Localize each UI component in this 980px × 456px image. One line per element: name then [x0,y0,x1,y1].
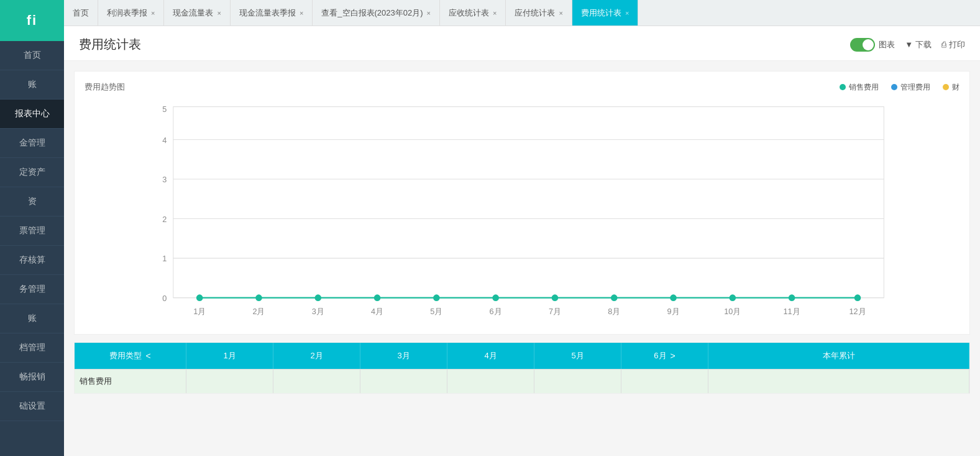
td-m6 [621,370,708,393]
svg-text:1: 1 [162,254,167,263]
table-header-row: 费用类型 < 1月 2月 3月 4月 5月 6月 > 本年累计 [75,343,969,369]
svg-point-35 [789,294,795,301]
legend-sales-expense: 销售费用 [840,82,879,93]
tab-cashflow[interactable]: 现金流量表 × [164,0,230,26]
svg-text:0: 0 [162,294,167,303]
th-m1: 1月 [186,343,273,369]
sidebar-item-investment[interactable]: 资 [0,187,64,216]
th-m2: 2月 [273,343,360,369]
content-area: 费用统计表 图表 ▼ 下载 ⎙ 打印 [64,26,980,456]
svg-text:5: 5 [162,105,167,114]
td-type: 销售费用 [75,370,186,393]
chart-svg: 0 1 2 3 4 5 1月 2月 [85,100,959,324]
download-button[interactable]: ▼ 下载 [905,39,932,50]
chart-container: 0 1 2 3 4 5 1月 2月 [85,100,959,324]
toggle-knob [863,39,874,50]
sidebar-item-home[interactable]: 首页 [0,41,64,70]
tab-close-profit-quarterly[interactable]: × [151,0,155,26]
toggle-label: 图表 [879,39,895,50]
sidebar-item-account[interactable]: 账 [0,70,64,100]
th-m4: 4月 [447,343,534,369]
tab-receivable-stats[interactable]: 应收统计表 × [440,0,506,26]
legend-dot-finance [943,84,949,90]
sidebar-item-fixed-assets[interactable]: 定资产 [0,158,64,187]
header-actions: 图表 ▼ 下载 ⎙ 打印 [850,38,965,52]
sidebar-item-report-center[interactable]: 报表中心 [0,100,64,129]
legend-finance-expense: 财 [943,82,959,93]
legend-dot-sales [840,84,846,90]
nav-prev-arrow[interactable]: < [145,351,150,361]
svg-text:11月: 11月 [784,307,800,316]
svg-point-32 [611,294,618,301]
svg-text:7月: 7月 [549,307,561,316]
legend-label-sales: 销售费用 [849,82,879,93]
tabs-bar: 首页 利润表季报 × 现金流量表 × 现金流量表季报 × 查看_空白报表(202… [64,0,980,26]
tab-close-payable-stats[interactable]: × [559,0,562,26]
svg-text:3: 3 [162,175,167,184]
svg-point-30 [492,294,499,301]
legend-label-finance: 财 [952,82,959,93]
chart-toggle[interactable] [850,38,875,52]
legend-dot-admin [891,84,897,90]
legend-label-admin: 管理费用 [900,82,930,93]
td-m4 [447,370,534,393]
svg-point-28 [374,294,381,301]
sidebar-item-archive-mgmt[interactable]: 档管理 [0,333,64,363]
sidebar-item-fund-mgmt[interactable]: 金管理 [0,129,64,158]
legend-admin-expense: 管理费用 [891,82,930,93]
svg-text:5月: 5月 [430,307,442,316]
tab-close-cashflow-quarterly[interactable]: × [300,0,303,26]
chart-title: 费用趋势图 [85,81,125,93]
print-button[interactable]: ⎙ 打印 [941,39,965,50]
tab-close-expense-stats[interactable]: × [625,0,629,26]
svg-text:8月: 8月 [608,307,620,316]
svg-point-26 [255,294,262,301]
svg-point-34 [730,294,736,301]
sidebar-logo: fi [0,0,64,41]
print-icon: ⎙ [941,40,946,49]
chart-header: 费用趋势图 销售费用 管理费用 财 [85,81,959,93]
svg-text:4: 4 [162,136,167,145]
table-row: 销售费用 [75,369,969,393]
tab-close-receivable-stats[interactable]: × [493,0,497,26]
tab-payable-stats[interactable]: 应付统计表 × [506,0,572,26]
table-section: 费用类型 < 1月 2月 3月 4月 5月 6月 > 本年累计 销售费用 [74,342,970,394]
sidebar-item-inventory[interactable]: 存核算 [0,246,64,275]
tab-cashflow-quarterly[interactable]: 现金流量表季报 × [231,0,313,26]
th-m6: 6月 > [621,343,708,369]
td-m1 [186,370,273,393]
tab-close-blank-report[interactable]: × [427,0,431,26]
tab-close-cashflow[interactable]: × [217,0,221,26]
th-total: 本年累计 [708,343,969,369]
sidebar-item-invoice-mgmt[interactable]: 票管理 [0,216,64,246]
svg-rect-12 [173,107,884,298]
sidebar-item-service-mgmt[interactable]: 务管理 [0,275,64,304]
sidebar-item-basic-settings[interactable]: 础设置 [0,392,64,421]
svg-text:3月: 3月 [312,307,324,316]
sidebar-item-write-off[interactable]: 畅报销 [0,363,64,392]
sidebar: fi 首页 账 报表中心 金管理 定资产 资 票管理 存核算 务管理 账 档管理… [0,0,64,456]
th-type: 费用类型 < [75,343,186,369]
main-area: 首页 利润表季报 × 现金流量表 × 现金流量表季报 × 查看_空白报表(202… [64,0,980,456]
svg-text:12月: 12月 [849,307,866,316]
svg-point-29 [433,294,440,301]
svg-text:10月: 10月 [724,307,741,316]
tab-profit-quarterly[interactable]: 利润表季报 × [98,0,164,26]
page-title: 费用统计表 [79,36,141,53]
page-header: 费用统计表 图表 ▼ 下载 ⎙ 打印 [64,26,980,61]
sidebar-item-payable[interactable]: 账 [0,304,64,333]
th-m5: 5月 [534,343,621,369]
tab-expense-stats[interactable]: 费用统计表 × [572,0,638,26]
nav-next-arrow[interactable]: > [671,351,675,361]
svg-text:9月: 9月 [667,307,679,316]
svg-text:6月: 6月 [490,307,502,316]
svg-text:4月: 4月 [371,307,383,316]
tab-home[interactable]: 首页 [64,0,98,26]
svg-point-25 [196,294,203,301]
svg-text:2: 2 [162,215,167,224]
chart-toggle-wrap: 图表 [850,38,895,52]
svg-point-27 [314,294,321,301]
svg-text:1月: 1月 [193,307,206,316]
th-m3: 3月 [360,343,447,369]
tab-blank-report[interactable]: 查看_空白报表(2023年02月) × [313,0,440,26]
